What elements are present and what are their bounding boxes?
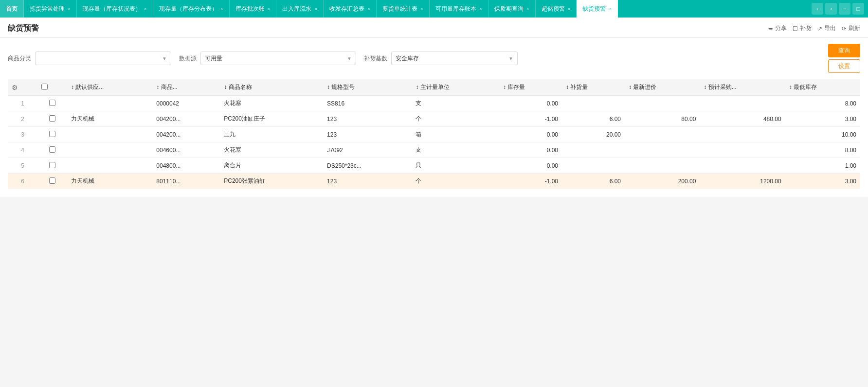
unit-cell: 个: [412, 111, 499, 127]
tab-stock-dist[interactable]: 现存量（库存分布表） ×: [153, 0, 230, 18]
row-checkbox[interactable]: [49, 115, 55, 122]
close-icon[interactable]: ×: [479, 6, 482, 12]
replenish-base-select[interactable]: 安全库存 ▼: [391, 52, 518, 65]
unit-cell: 箱: [412, 127, 499, 142]
tab-stock-status[interactable]: 现存量（库存状况表） ×: [77, 0, 153, 18]
supplier-label: ↕ 默认供应...: [71, 84, 104, 90]
tab-available-ledger[interactable]: 可用量库存账本 ×: [430, 0, 488, 18]
close-icon[interactable]: ×: [367, 6, 370, 12]
datasource-select[interactable]: 可用量 ▼: [200, 52, 356, 65]
nav-prev-button[interactable]: ‹: [812, 3, 823, 15]
min-stock-cell: 8.00: [785, 142, 860, 158]
product-code-cell: 004200...: [152, 127, 220, 142]
table-row: 5 004800... 离合片 DS250*23c... 只 0.00 1.00: [8, 158, 860, 174]
tab-expiry[interactable]: 保质期查询 ×: [488, 0, 536, 18]
tab-order-stats[interactable]: 要货单统计表 ×: [377, 0, 430, 18]
refresh-button[interactable]: ⟳ 刷新: [842, 24, 860, 33]
close-icon[interactable]: ×: [526, 6, 529, 12]
latest-price-column-header[interactable]: ↕ 最新进价: [625, 79, 700, 96]
row-number: 1: [8, 96, 37, 111]
close-icon[interactable]: ×: [268, 6, 271, 12]
close-icon[interactable]: ×: [420, 6, 423, 12]
row-number: 3: [8, 127, 37, 142]
min-stock-cell: 10.00: [785, 127, 860, 142]
est-purchase-column-header[interactable]: ↕ 预计采购...: [700, 79, 785, 96]
row-checkbox-cell[interactable]: [37, 96, 67, 111]
latest-price-cell: [625, 96, 700, 111]
row-checkbox[interactable]: [49, 100, 55, 106]
top-navigation: 首页 拣货异常处理 × 现存量（库存状况表） × 现存量（库存分布表） × 库存…: [0, 0, 868, 18]
latest-price-cell: 200.00: [625, 174, 700, 189]
tab-batch-account[interactable]: 库存批次账 ×: [230, 0, 277, 18]
spec-cell: 123: [323, 127, 412, 142]
est-purchase-cell: [700, 142, 785, 158]
product-code-cell: 0000042: [152, 96, 220, 111]
min-stock-cell: 8.00: [785, 96, 860, 111]
share-icon: ➥: [768, 25, 773, 32]
row-checkbox[interactable]: [49, 162, 55, 168]
filter-actions: 查询 设置: [828, 44, 860, 73]
row-checkbox[interactable]: [49, 177, 55, 184]
tab-shortage[interactable]: 缺货预警 ×: [577, 0, 618, 18]
table-row: 1 0000042 火花塞 SS816 支 0.00 8.00: [8, 96, 860, 111]
row-checkbox[interactable]: [49, 131, 55, 137]
row-checkbox[interactable]: [49, 146, 55, 153]
replenish-button[interactable]: ☐ 补货: [793, 24, 812, 33]
replenish-icon: ☐: [793, 25, 798, 32]
spec-cell: DS250*23c...: [323, 158, 412, 174]
tab-inout-flow[interactable]: 出入库流水 ×: [276, 0, 324, 18]
close-icon[interactable]: ×: [609, 6, 612, 12]
table-row: 2 力天机械 004200... PC200油缸庄子 123 个 -1.00 6…: [8, 111, 860, 127]
nav-next-button[interactable]: ›: [825, 3, 837, 15]
query-button[interactable]: 查询: [828, 44, 860, 57]
nav-minimize-button[interactable]: −: [839, 3, 850, 15]
row-checkbox-cell[interactable]: [37, 158, 67, 174]
close-icon[interactable]: ×: [68, 6, 71, 12]
tab-pick-error[interactable]: 拣货异常处理 ×: [24, 0, 77, 18]
row-number: 6: [8, 174, 37, 189]
datasource-filter-group: 数据源 可用量 ▼: [179, 52, 356, 65]
replenish-column-header[interactable]: ↕ 补货量: [562, 79, 625, 96]
close-icon[interactable]: ×: [144, 6, 147, 12]
export-button[interactable]: ↗ 导出: [817, 24, 836, 33]
tab-overstock[interactable]: 超储预警 ×: [536, 0, 577, 18]
product-code-cell: 004800...: [152, 158, 220, 174]
data-table-container: ⚙ ↕ 默认供应... ↕ 商品... ↕ 商品名称 ↕: [0, 79, 868, 197]
close-icon[interactable]: ×: [314, 6, 317, 12]
est-purchase-cell: 480.00: [700, 111, 785, 127]
header-actions: ➥ 分享 ☐ 补货 ↗ 导出 ⟳ 刷新: [768, 24, 860, 33]
checkbox-column-header[interactable]: [37, 79, 67, 96]
row-checkbox-cell[interactable]: [37, 127, 67, 142]
spec-column-header[interactable]: ↕ 规格型号: [323, 79, 412, 96]
tab-receive-summary[interactable]: 收发存汇总表 ×: [324, 0, 377, 18]
gear-icon[interactable]: ⚙: [12, 84, 18, 91]
select-all-checkbox[interactable]: [41, 84, 48, 90]
est-purchase-label: ↕ 预计采购...: [704, 84, 736, 90]
product-name-label: ↕ 商品名称: [224, 84, 252, 90]
product-code-column-header[interactable]: ↕ 商品...: [152, 79, 220, 96]
product-name-cell: 三九: [220, 127, 323, 142]
stock-label: ↕ 库存量: [503, 84, 525, 90]
close-icon[interactable]: ×: [220, 6, 223, 12]
row-checkbox-cell[interactable]: [37, 111, 67, 127]
unit-cell: 只: [412, 158, 499, 174]
stock-cell: 0.00: [499, 142, 562, 158]
settings-column-header[interactable]: ⚙: [8, 79, 37, 96]
replenish-cell: [562, 142, 625, 158]
product-name-column-header[interactable]: ↕ 商品名称: [220, 79, 323, 96]
nav-maximize-button[interactable]: □: [852, 3, 864, 15]
filter-bar: 商品分类 ▼ 数据源 可用量 ▼ 补货基数 安全库存 ▼ 查询 设置: [0, 38, 868, 79]
close-icon[interactable]: ×: [568, 6, 571, 12]
supplier-column-header[interactable]: ↕ 默认供应...: [67, 79, 152, 96]
category-select[interactable]: ▼: [35, 52, 171, 65]
tab-home[interactable]: 首页: [0, 0, 24, 18]
min-stock-column-header[interactable]: ↕ 最低库存: [785, 79, 860, 96]
stock-column-header[interactable]: ↕ 库存量: [499, 79, 562, 96]
row-checkbox-cell[interactable]: [37, 142, 67, 158]
row-number: 4: [8, 142, 37, 158]
row-checkbox-cell[interactable]: [37, 174, 67, 189]
unit-column-header[interactable]: ↕ 主计量单位: [412, 79, 499, 96]
share-button[interactable]: ➥ 分享: [768, 24, 787, 33]
settings-button[interactable]: 设置: [828, 59, 860, 73]
est-purchase-cell: [700, 158, 785, 174]
